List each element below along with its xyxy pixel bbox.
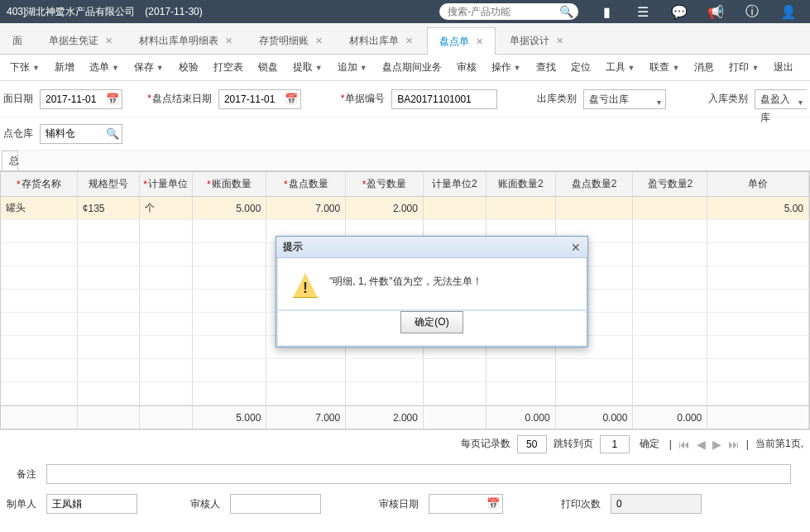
dialog-mask: 提示 ✕ ! "明细, 1, 件数"值为空，无法生单！ 确定(O) xyxy=(0,0,810,532)
dialog-title: 提示 xyxy=(283,240,303,254)
dialog-titlebar[interactable]: 提示 ✕ xyxy=(276,237,587,258)
dialog-message: "明细, 1, 件数"值为空，无法生单！ xyxy=(329,273,571,289)
alert-dialog: 提示 ✕ ! "明细, 1, 件数"值为空，无法生单！ 确定(O) xyxy=(276,236,588,347)
close-icon[interactable]: ✕ xyxy=(571,241,581,254)
dialog-ok-button[interactable]: 确定(O) xyxy=(400,311,463,333)
warning-icon: ! xyxy=(293,273,318,298)
